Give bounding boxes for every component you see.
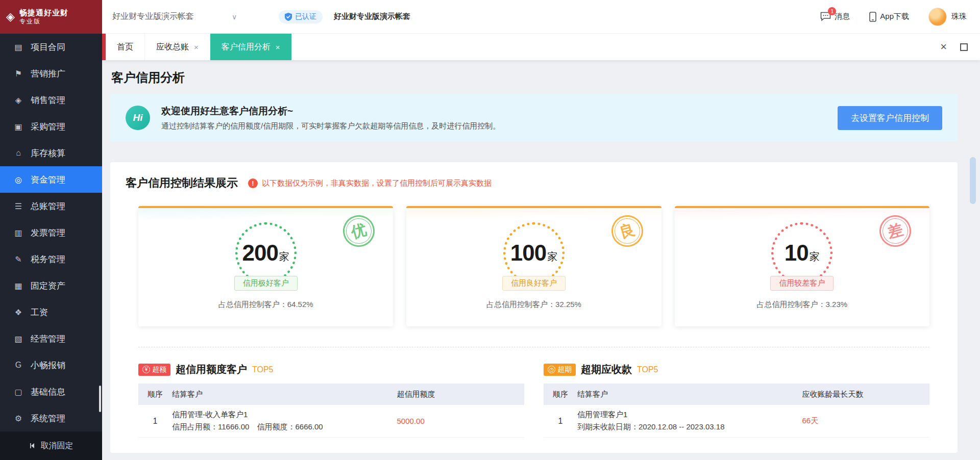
count-unit: 家 [810,250,820,264]
count-value: 200 [242,240,278,266]
content-scrollbar[interactable] [970,157,976,204]
inventory-icon: ⌂ [13,148,23,158]
messages-button[interactable]: 1 消息 [820,12,850,21]
close-all-icon[interactable]: × [940,41,947,53]
close-icon[interactable]: × [276,43,280,52]
credit-card-excellent: 优 200 家 信用极好客户 占总信用控制客户：64.52% [138,206,393,326]
row-value: 5000.00 [397,417,524,425]
expense-icon: G [13,361,23,370]
brand-name: 畅捷通好业财 [19,8,68,18]
user-menu[interactable]: 珠珠 [928,8,967,26]
sidebar-items: ▤ 项目合同 ⚑ 营销推广 ◈ 销售管理 ▣ 采购管理 ⌂ 库存核算 [0,34,102,431]
topbar-actions: 1 消息 App下载 珠珠 [820,8,967,26]
overdue-header: ◷ 超期 超期应收款 TOP5 [544,363,929,376]
chevron-down-icon: ∨ [232,13,237,21]
dashed-divider [138,347,929,347]
sidebar-scrollbar[interactable] [99,386,101,412]
sidebar-item-basic-info[interactable]: ▢ 基础信息 [0,378,102,405]
over-credit-tag: ¥ 超额 [138,364,170,376]
credit-grade-badge: 信用较差客户 [770,276,834,291]
table-header: 顺序 结算客户 超信用额度 [138,384,524,405]
project-contract-icon: ▤ [13,42,23,52]
sidebar-item-project-contract[interactable]: ▤ 项目合同 [0,34,102,60]
sidebar-item-label: 工资 [31,306,48,318]
warning-icon: ! [248,178,258,188]
sidebar-item-fixed-assets[interactable]: ▦ 固定资产 [0,272,102,299]
content-area: 客户信用分析 Hi 欢迎使用好生意客户信用分析~ 通过控制结算客户的信用额度/信… [102,60,980,460]
overdue-receivable-table: ◷ 超期 超期应收款 TOP5 顺序 结算客户 应收账龄最长天数 [544,363,929,438]
row-index: 1 [138,417,172,426]
sidebar-item-label: 税务管理 [31,253,65,265]
certified-label: 已认证 [295,12,316,21]
operation-icon: ▧ [13,334,23,344]
unpin-label: 取消固定 [41,441,74,451]
over-credit-title: 超信用额度客户 [176,363,247,376]
sidebar-item-expense[interactable]: G 小畅报销 [0,352,102,378]
tab-credit-analysis[interactable]: 客户信用分析 × [210,34,292,60]
funds-icon: ◎ [13,175,23,185]
credit-grade-badge: 信用良好客户 [502,276,566,291]
app-download-button[interactable]: App下载 [869,12,909,22]
brand-edition: 专业版 [19,18,68,25]
table-header: 顺序 结算客户 应收账龄最长天数 [544,384,929,405]
tab-bar: 首页 应收总账 × 客户信用分析 × × [102,34,980,60]
row-value: 66天 [802,416,929,426]
sidebar-item-tax[interactable]: ✎ 税务管理 [0,246,102,272]
marketing-icon: ⚑ [13,69,23,79]
sidebar-item-funds[interactable]: ◎ 资金管理 [0,166,102,193]
avatar [928,8,947,26]
sidebar-item-marketing[interactable]: ⚑ 营销推广 [0,60,102,87]
welcome-banner: Hi 欢迎使用好生意客户信用分析~ 通过控制结算客户的信用额度/信用期限，可实时… [110,94,958,142]
table-row[interactable]: 1 信用管理-收入单客户1 信用占用额：11666.00 信用额度：6666.0… [138,405,524,438]
account-name: 好业财专业版演示帐套 [334,12,410,21]
setup-credit-control-button[interactable]: 去设置客户信用控制 [838,106,942,130]
count-value: 100 [510,240,546,266]
messages-label: 消息 [835,12,850,21]
sidebar-item-inventory[interactable]: ⌂ 库存核算 [0,140,102,166]
sidebar-item-invoice[interactable]: ▥ 发票管理 [0,219,102,246]
sidebar-item-sales[interactable]: ◈ 销售管理 [0,87,102,113]
welcome-text: 欢迎使用好生意客户信用分析~ 通过控制结算客户的信用额度/信用期限，可实时掌握客… [161,105,500,131]
sales-icon: ◈ [13,95,23,105]
sample-data-notice: 以下数据仅为示例，非真实数据，设置了信用控制后可展示真实数据 [262,178,492,188]
sidebar-item-operation[interactable]: ▧ 经营管理 [0,325,102,352]
result-title: 客户信用控制结果展示 [126,175,238,191]
top5-label: TOP5 [252,365,274,374]
sidebar-item-ledger[interactable]: ☰ 总账管理 [0,193,102,219]
sidebar-item-label: 系统管理 [31,413,65,424]
sidebar-item-purchase[interactable]: ▣ 采购管理 [0,113,102,140]
clock-icon: ◷ [548,366,555,373]
brand-text: 畅捷通好业财 专业版 [19,8,68,25]
tab-receivable-ledger[interactable]: 应收总账 × [145,34,210,60]
table-row[interactable]: 1 信用管理客户1 到期未收款日期：2020.12.08 -- 2023.03.… [544,405,929,438]
unpin-button[interactable]: 取消固定 [0,431,102,460]
over-credit-table: ¥ 超额 超信用额度客户 TOP5 顺序 结算客户 超信用额度 1 [138,363,524,438]
unpin-icon [29,442,36,449]
top5-tables: ¥ 超额 超信用额度客户 TOP5 顺序 结算客户 超信用额度 1 [138,363,929,438]
fullscreen-icon[interactable] [960,43,968,51]
phone-icon [869,12,876,22]
payroll-icon: ❖ [13,308,23,317]
sidebar-item-label: 销售管理 [31,94,65,106]
fixed-assets-icon: ▦ [13,281,23,291]
gauge-excellent: 200 家 [235,222,297,284]
stamp-excellent-icon: 优 [339,212,379,251]
purchase-icon: ▣ [13,122,23,132]
shield-icon [285,13,292,21]
sidebar-item-label: 固定资产 [31,280,65,292]
sidebar-item-label: 营销推广 [31,68,65,80]
tab-home[interactable]: 首页 [106,34,145,60]
tab-tools: × [940,34,980,60]
sidebar-item-system[interactable]: ⚙ 系统管理 [0,405,102,431]
sidebar: ◈ 畅捷通好业财 专业版 ▤ 项目合同 ⚑ 营销推广 ◈ 销售管理 [0,0,102,460]
gauge-good: 100 家 [503,222,565,284]
sidebar-item-label: 采购管理 [31,121,65,133]
sidebar-item-payroll[interactable]: ❖ 工资 [0,299,102,325]
sidebar-item-label: 基础信息 [31,386,65,398]
row-index: 1 [544,417,577,426]
account-dropdown[interactable]: 好业财专业版演示帐套 ∨ [112,11,265,22]
share-text: 占总信用控制客户：3.23% [675,300,929,310]
user-name: 珠珠 [951,12,967,21]
result-panel: 客户信用控制结果展示 ! 以下数据仅为示例，非真实数据，设置了信用控制后可展示真… [110,162,958,453]
close-icon[interactable]: × [194,43,199,52]
